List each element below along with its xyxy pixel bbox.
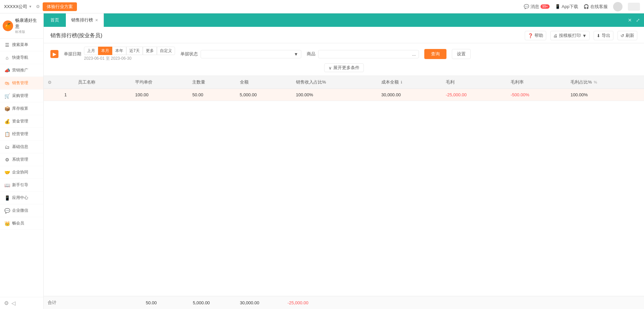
gross-pct-info-icon[interactable]: % (594, 80, 597, 84)
online-service-item[interactable]: 🎧 在线客服 (584, 4, 608, 10)
sidebar-label-inventory: 库存核算 (12, 106, 28, 111)
column-settings-icon[interactable]: ⚙ (48, 80, 52, 85)
tab-sales-ranking[interactable]: 销售排行榜 ✕ (66, 13, 104, 27)
th-amount: 全额 (236, 76, 292, 89)
filter-status-select[interactable]: ▼ (201, 50, 301, 58)
sidebar-collapse-icon[interactable]: ◁ (11, 300, 15, 306)
sidebar-item-purchase[interactable]: 🛒 采购管理 (0, 90, 43, 102)
sidebar-item-sales[interactable]: 🛍 销售管理 (0, 77, 43, 90)
table-container: ⚙ 员工名称 平均单价 主数量 全额 (44, 76, 644, 296)
operation-icon: 📋 (4, 132, 10, 137)
filter-status-group: 单据状态 ▼ (180, 50, 301, 58)
tab-window-expand-icon[interactable]: ⤢ (636, 17, 640, 23)
td-name (74, 89, 131, 101)
table-body: 1 100.00 50.00 5,000.00 (44, 89, 644, 101)
tab-window-close-icon[interactable]: ✕ (628, 17, 632, 23)
marketing-icon: 📣 (4, 68, 10, 73)
online-service-label: 在线客服 (590, 4, 608, 10)
filter-area: ▶ 单据日期 上月 本月 本年 近7天 更多 自定义 2023-06-01 (44, 43, 644, 76)
th-cost-label: 成本全额 (381, 80, 399, 85)
sidebar-item-app-center[interactable]: 📱 应用中心 (0, 192, 43, 204)
trial-button[interactable]: 体验行业方案 (43, 2, 77, 11)
tab-home[interactable]: 首页 (44, 13, 66, 27)
expand-row: ∨ 展开更多条件 (50, 63, 637, 72)
filter-date-range: 2023-06-01 至 2023-06-30 (84, 56, 175, 61)
sidebar-label-sales: 销售管理 (12, 80, 28, 86)
sidebar-item-basic-info[interactable]: 🗂 基础信息 (0, 141, 43, 153)
sidebar-label-finance: 资金管理 (12, 118, 28, 124)
logo-text: 畅康通好生意 标准版 (15, 17, 41, 34)
filter-tab-7days[interactable]: 近7天 (126, 47, 143, 55)
beginner-icon: 📖 (4, 183, 10, 188)
sidebar-item-beginner[interactable]: 📖 新手引导 (0, 179, 43, 192)
td-quantity: 50.00 (188, 89, 235, 101)
sidebar-item-inventory[interactable]: 📦 库存核算 (0, 102, 43, 115)
filter-goods-select[interactable]: ... (318, 50, 419, 58)
sidebar-item-finance[interactable]: 💰 资金管理 (0, 115, 43, 128)
filter-tab-last-month[interactable]: 上月 (84, 47, 98, 55)
tab-close-icon[interactable]: ✕ (95, 18, 98, 22)
page-actions: ❓ 帮助 🖨 按模板打印 ▼ ⬇ 导出 ↺ 刷新 (525, 31, 637, 40)
th-gross-margin-label: 毛利率 (511, 80, 524, 85)
sales-icon: 🛍 (4, 81, 10, 86)
filter-goods-more-icon: ... (412, 52, 416, 57)
content-area: 首页 销售排行榜 ✕ ✕ ⤢ 销售排行榜(按业务员) ❓ 帮助 🖨 按模 (44, 13, 644, 309)
message-item[interactable]: 💬 消息 99+ (524, 4, 550, 10)
refresh-button[interactable]: ↺ 刷新 (617, 31, 637, 40)
topbar-settings-icon[interactable]: ⚙ (36, 4, 40, 9)
td-gross-pct: 100.00% (566, 89, 644, 101)
filter-tab-more[interactable]: 更多 (143, 47, 157, 55)
user-name-area[interactable] (628, 3, 640, 11)
sidebar-item-enterprise-coop[interactable]: 🤝 企业协同 (0, 166, 43, 179)
filter-date-group: 单据日期 上月 本月 本年 近7天 更多 自定义 2023-06-01 至 20… (64, 47, 175, 61)
avatar[interactable] (613, 2, 622, 11)
quick-nav-icon: ⌂ (4, 55, 10, 60)
sidebar-item-enterprise-wechat[interactable]: 💬 企业微信 (0, 204, 43, 217)
purchase-icon: 🛒 (4, 93, 10, 99)
sidebar-label-enterprise-coop: 企业协同 (12, 169, 28, 175)
th-gross-pct: 毛利占比% % (566, 76, 644, 89)
sidebar-item-quick-nav[interactable]: ⌂ 快捷导航 (0, 51, 43, 64)
tab-bar: 首页 销售排行榜 ✕ ✕ ⤢ (44, 13, 644, 27)
sidebar-label-member: 畅会员 (12, 220, 24, 226)
filter-tab-custom[interactable]: 自定义 (157, 47, 175, 55)
sidebar-label-operation: 经营管理 (12, 131, 28, 137)
row-gross-margin-value: -500.00% (511, 92, 529, 97)
message-icon: 💬 (524, 4, 529, 9)
app-icon: 📱 (555, 4, 560, 9)
sidebar-item-marketing[interactable]: 📣 营销推广 (0, 64, 43, 77)
logo-sub-text: 标准版 (15, 30, 41, 34)
filter-toggle-btn[interactable]: ▶ (50, 50, 58, 58)
export-button[interactable]: ⬇ 导出 (594, 31, 613, 40)
query-button[interactable]: 查询 (424, 49, 446, 59)
sidebar-label-marketing: 营销推广 (12, 67, 28, 73)
sidebar-item-operation[interactable]: 📋 经营管理 (0, 128, 43, 141)
logo-icon: 🍊 (3, 20, 13, 31)
sidebar-label-search-order: 搜索菜单 (12, 42, 28, 48)
sidebar-item-system[interactable]: ⚙ 系统管理 (0, 153, 43, 166)
filter-tab-this-year[interactable]: 本年 (112, 47, 126, 55)
td-sales-pct: 100.00% (292, 89, 377, 101)
footer-quantity: 50.00 (142, 300, 169, 305)
help-icon: ❓ (528, 33, 533, 38)
print-chevron-icon: ▼ (582, 33, 587, 38)
sidebar-bottom-settings-icon[interactable]: ⚙ (4, 300, 9, 306)
sidebar-label-enterprise-wechat: 企业微信 (12, 208, 28, 213)
td-gross-profit: -25,000.00 (442, 89, 507, 101)
help-button[interactable]: ❓ 帮助 (525, 31, 546, 40)
app-download-item[interactable]: 📱 App下载 (555, 4, 578, 10)
row-amount-value: 5,000.00 (240, 92, 257, 97)
basic-info-icon: 🗂 (4, 144, 10, 150)
sidebar-item-search-order[interactable]: ☰ 搜索菜单 (0, 39, 43, 51)
filter-goods-group: 商品 ... (307, 50, 419, 58)
filter-settings-button[interactable]: 设置 (452, 49, 471, 59)
row-rank-value: 1 (64, 92, 67, 97)
footer-values: 50.00 5,000.00 30,000.00 -25,000.00 (142, 300, 312, 305)
filter-tab-this-month[interactable]: 本月 (98, 47, 112, 55)
td-cost: 30,000.00 (377, 89, 442, 101)
cost-info-icon[interactable]: ℹ (401, 80, 402, 84)
company-selector[interactable]: XXXXX公司 ▼ (4, 4, 32, 10)
expand-button[interactable]: ∨ 展开更多条件 (324, 63, 364, 72)
template-print-button[interactable]: 🖨 按模板打印 ▼ (550, 31, 590, 40)
sidebar-item-member[interactable]: 👑 畅会员 (0, 217, 43, 230)
